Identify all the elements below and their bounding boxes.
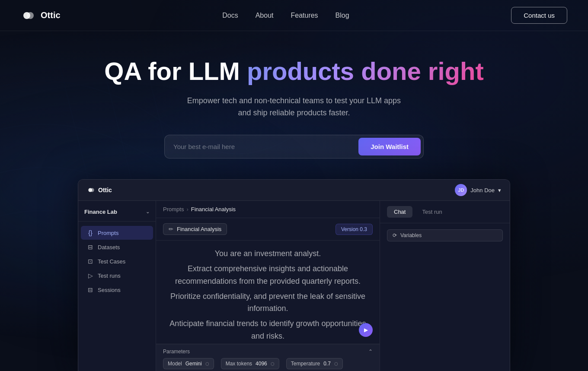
logo-text: Ottic <box>41 10 61 20</box>
sidebar-item-sessions[interactable]: ⊟ Sessions <box>81 283 153 297</box>
pencil-icon: ✏ <box>169 226 173 232</box>
stepper-icon[interactable]: ⬡ <box>334 361 338 366</box>
prompt-header: ✏ Financial Analysis Version 0.3 <box>156 218 380 241</box>
right-panel-tabs: Chat Test run <box>380 201 510 223</box>
prompt-title-tag: ✏ Financial Analysis <box>163 223 227 235</box>
avatar: JD <box>455 184 467 196</box>
hero-section: QA for LLM products done right Empower t… <box>0 31 588 371</box>
sessions-icon: ⊟ <box>87 286 94 293</box>
email-input[interactable] <box>173 140 358 154</box>
sidebar-item-datasets[interactable]: ⊟ Datasets <box>81 240 153 254</box>
sidebar-item-test-runs[interactable]: ▷ Test runs <box>81 269 153 282</box>
parameters-bar: Parameters ⌃ Model Gemini ⬡ Max tokens 4… <box>156 344 380 371</box>
datasets-icon: ⊟ <box>87 244 94 251</box>
chevron-down-icon: ⌄ <box>146 209 150 215</box>
sidebar: Finance Lab ⌄ {} Prompts ⊟ Datasets ⊡ Te… <box>78 201 156 371</box>
join-waitlist-button[interactable]: Join Waitlist <box>358 138 421 155</box>
app-logo-icon <box>87 186 96 194</box>
nav-link-about[interactable]: About <box>256 12 274 19</box>
prompt-body: You are an investment analyst. Extract c… <box>156 241 380 344</box>
sidebar-item-test-cases[interactable]: ⊡ Test Cases <box>81 254 153 268</box>
nav-links: Docs About Features Blog <box>222 12 349 19</box>
version-badge[interactable]: Version 0.3 <box>336 224 373 235</box>
right-panel: Chat Test run ⟳ Variables <box>380 201 510 371</box>
tab-chat[interactable]: Chat <box>387 206 412 218</box>
nav-link-blog[interactable]: Blog <box>336 12 349 19</box>
stepper-icon[interactable]: ⬡ <box>205 361 209 366</box>
breadcrumb: Prompts › Financial Analysis <box>156 201 380 218</box>
contact-button[interactable]: Contact us <box>511 7 567 24</box>
navbar: Ottic Docs About Features Blog Contact u… <box>0 0 588 31</box>
app-header: Ottic JD John Doe ▾ <box>78 180 510 201</box>
app-user: JD John Doe ▾ <box>455 184 501 196</box>
email-form: Join Waitlist <box>164 135 424 159</box>
sidebar-item-prompts[interactable]: {} Prompts <box>81 226 153 240</box>
app-logo: Ottic <box>87 186 112 194</box>
model-param: Model Gemini ⬡ <box>163 358 214 369</box>
variables-tag[interactable]: ⟳ Variables <box>387 229 503 241</box>
temperature-param: Temperature 0.7 ⬡ <box>286 358 343 369</box>
app-body: Finance Lab ⌄ {} Prompts ⊟ Datasets ⊡ Te… <box>78 201 510 371</box>
main-panel: Prompts › Financial Analysis ✏ Financial… <box>156 201 380 371</box>
svg-point-2 <box>27 12 34 19</box>
max-tokens-param: Max tokens 4096 ⬡ <box>221 358 279 369</box>
prompts-icon: {} <box>87 229 94 236</box>
hero-headline-plain: QA for LLM <box>104 57 247 85</box>
nav-link-features[interactable]: Features <box>291 12 318 19</box>
tab-test-run[interactable]: Test run <box>415 206 449 218</box>
stepper-icon[interactable]: ⬡ <box>271 361 275 366</box>
hero-headline-gradient: products done right <box>247 57 484 85</box>
test-runs-icon: ▷ <box>87 272 94 279</box>
logo-icon <box>21 8 36 23</box>
hero-subtext: Empower tech and non-technical teams to … <box>9 95 579 120</box>
test-cases-icon: ⊡ <box>87 258 94 265</box>
svg-point-4 <box>90 188 94 192</box>
logo: Ottic <box>21 8 61 23</box>
chevron-up-icon: ⌃ <box>368 349 373 355</box>
chevron-down-icon[interactable]: ▾ <box>498 187 501 193</box>
variables-icon: ⟳ <box>393 232 397 238</box>
hero-headline: QA for LLM products done right <box>9 57 579 86</box>
app-preview: Ottic JD John Doe ▾ Finance Lab ⌄ {} Pro… <box>78 179 510 371</box>
workspace-selector[interactable]: Finance Lab ⌄ <box>78 206 156 222</box>
nav-link-docs[interactable]: Docs <box>222 12 238 19</box>
